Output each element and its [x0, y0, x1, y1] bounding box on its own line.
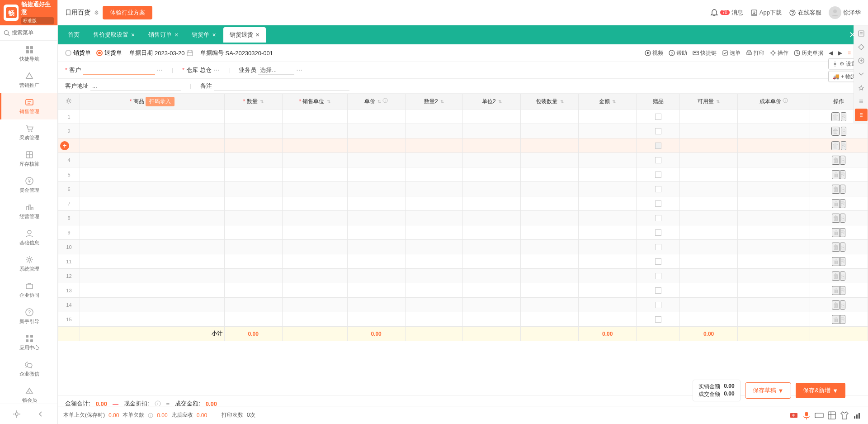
col-unit2-sort[interactable]: ⇅	[498, 99, 502, 104]
row-cost-3[interactable]	[738, 138, 810, 153]
row-qty2-1[interactable]	[405, 110, 463, 124]
select-btn[interactable]: 选单	[722, 49, 741, 57]
delete-row-1-btn[interactable]: 🗑	[831, 112, 840, 121]
sidebar-item-inventory[interactable]: 库存核算	[0, 146, 57, 172]
user-profile-btn[interactable]: 徐泽华	[829, 6, 861, 19]
row-unit2-3[interactable]	[463, 138, 521, 153]
taskbar-icon-5[interactable]	[839, 410, 850, 421]
sidebar-collapse-btn[interactable]	[35, 409, 46, 419]
staff-dots-btn[interactable]: ···	[296, 66, 302, 74]
tab-sales-delivery-close[interactable]: ×	[212, 32, 216, 38]
history-btn[interactable]: 历史单据	[794, 49, 823, 57]
sidebar-item-app-center[interactable]: 应用中心	[0, 329, 57, 356]
delete-row-6-btn[interactable]: 🗑	[832, 185, 840, 194]
product-input-3[interactable]	[82, 142, 222, 149]
row-pack-1[interactable]	[521, 110, 579, 124]
tab-sales-return[interactable]: 销货退货 ×	[223, 27, 266, 43]
copy-row-12-btn[interactable]: ⎘	[840, 272, 845, 281]
row-pack-2[interactable]	[521, 124, 579, 138]
delete-row-14-btn[interactable]: 🗑	[832, 300, 840, 310]
radio-sales-return[interactable]: 退货单	[96, 49, 122, 57]
copy-row-14-btn[interactable]: ⎘	[840, 300, 845, 310]
row-unit-1[interactable]	[282, 110, 347, 124]
row-cost-2[interactable]	[738, 124, 810, 138]
radio-sales-delivery[interactable]: 销货单	[65, 49, 91, 57]
row-qty2-3[interactable]	[405, 138, 463, 153]
date-value[interactable]: 2023-03-20	[155, 50, 185, 57]
copy-row-11-btn[interactable]: ⎘	[840, 257, 845, 266]
taskbar-icon-6[interactable]	[852, 410, 863, 421]
col-qty-sort[interactable]: ⇅	[260, 99, 264, 104]
tab-price-setting-close[interactable]: ×	[131, 32, 135, 38]
row-avail-1[interactable]	[680, 110, 738, 124]
shortcut-btn[interactable]: 快捷键	[693, 49, 717, 57]
row-amount-3[interactable]	[579, 138, 637, 153]
topbar-gear-btn[interactable]: ⚙	[94, 10, 99, 16]
save-new-btn[interactable]: 保存&新增 ▼	[796, 383, 845, 398]
tab-sales-order-close[interactable]: ×	[175, 32, 178, 38]
delete-row-8-btn[interactable]: 🗑	[832, 214, 840, 223]
right-action-2[interactable]	[855, 41, 868, 53]
online-service-btn[interactable]: 在线客服	[789, 9, 821, 17]
row-unit2-2[interactable]	[463, 124, 521, 138]
right-action-3[interactable]	[855, 54, 868, 67]
row-amount-2[interactable]	[579, 124, 637, 138]
sidebar-item-member[interactable]: V 畅会员	[0, 382, 57, 404]
next-doc-btn[interactable]: ▶	[838, 50, 842, 56]
delete-row-3-btn[interactable]: 🗑	[831, 141, 840, 150]
scan-btn[interactable]: 扫码录入	[146, 97, 175, 106]
row-avail-3[interactable]	[680, 138, 738, 153]
sidebar-item-enterprise[interactable]: 企业协同	[0, 277, 57, 303]
delete-row-4-btn[interactable]: 🗑	[832, 156, 840, 165]
copy-row-1-btn[interactable]: ⎘	[841, 112, 846, 121]
copy-row-10-btn[interactable]: ⎘	[840, 243, 845, 252]
right-action-5[interactable]	[855, 81, 868, 94]
row-unit-3[interactable]	[282, 138, 347, 153]
row-gift-2[interactable]	[637, 124, 680, 138]
operations-btn[interactable]: 操作	[770, 49, 788, 57]
customer-dots-btn[interactable]: ···	[157, 66, 163, 74]
copy-row-15-btn[interactable]: ⎘	[840, 315, 845, 324]
right-action-6[interactable]	[855, 95, 868, 108]
tab-price-setting[interactable]: 售价提取设置 ×	[87, 27, 141, 43]
sidebar-item-operations[interactable]: 经营管理	[0, 198, 57, 224]
delete-row-7-btn[interactable]: 🗑	[832, 199, 840, 208]
sidebar-item-wechat[interactable]: 企业微信	[0, 356, 57, 382]
delete-row-2-btn[interactable]: 🗑	[831, 127, 840, 136]
row-qty-1[interactable]	[224, 110, 282, 124]
tab-sales-return-close[interactable]: ×	[256, 32, 259, 38]
address-input[interactable]	[90, 81, 181, 91]
row-qty2-2[interactable]	[405, 124, 463, 138]
tab-sales-delivery[interactable]: 销货单 ×	[185, 27, 222, 43]
notification-btn[interactable]: 70 消息	[710, 9, 743, 17]
app-download-btn[interactable]: App下载	[750, 9, 782, 17]
row-unit2-1[interactable]	[463, 110, 521, 124]
calendar-icon[interactable]	[187, 50, 193, 56]
right-action-7[interactable]	[855, 109, 868, 121]
col-settings[interactable]	[58, 94, 80, 110]
delete-row-11-btn[interactable]: 🗑	[832, 257, 840, 266]
tab-sales-order[interactable]: 销售订单 ×	[142, 27, 184, 43]
copy-row-13-btn[interactable]: ⎘	[840, 286, 845, 295]
sidebar-item-marketing[interactable]: 营销推广	[0, 67, 57, 93]
prev-doc-btn[interactable]: ◀	[829, 50, 833, 56]
copy-row-7-btn[interactable]: ⎘	[840, 199, 845, 208]
col-amount-sort[interactable]: ⇅	[612, 99, 616, 104]
delete-row-12-btn[interactable]: 🗑	[832, 272, 840, 281]
add-row-btn[interactable]: +	[60, 141, 69, 150]
sidebar-settings-btn[interactable]	[11, 409, 22, 419]
sidebar-item-system[interactable]: 系统管理	[0, 251, 57, 277]
sidebar-item-finance[interactable]: ¥ 资金管理	[0, 172, 57, 198]
row-price-3[interactable]	[347, 138, 405, 153]
sidebar-item-basic-info[interactable]: 基础信息	[0, 224, 57, 251]
experience-btn[interactable]: 体验行业方案	[103, 6, 152, 19]
row-pack-3[interactable]	[521, 138, 579, 153]
video-btn[interactable]: 视频	[645, 49, 663, 57]
copy-row-2-btn[interactable]: ⎘	[841, 127, 846, 136]
copy-row-9-btn[interactable]: ⎘	[840, 228, 845, 237]
delete-row-5-btn[interactable]: 🗑	[832, 170, 840, 179]
delete-row-9-btn[interactable]: 🗑	[832, 228, 840, 237]
right-action-4[interactable]	[855, 68, 868, 81]
copy-row-4-btn[interactable]: ⎘	[840, 156, 845, 165]
row-product-1[interactable]	[80, 110, 224, 124]
